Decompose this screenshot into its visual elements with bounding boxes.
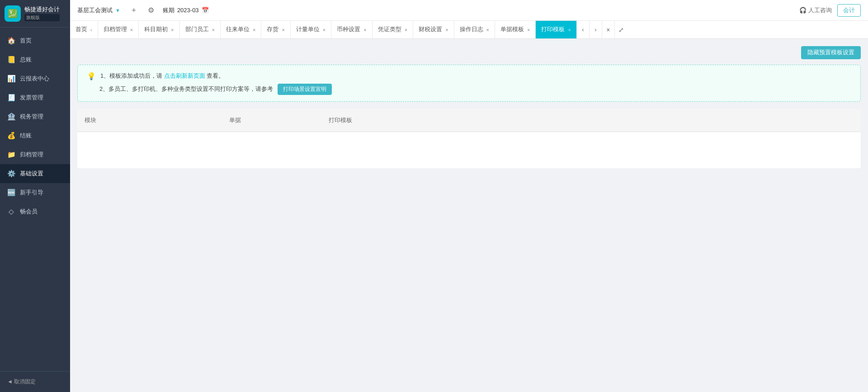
tab-subjects[interactable]: 科目期初 × <box>139 21 179 38</box>
app-name: 畅捷通好会计 <box>24 6 60 14</box>
main-content: 基层工会测试 ▼ ＋ ⚙ 账期 2023-03 📅 🎧 人工咨询 会计 首页 ‹… <box>70 0 868 392</box>
tab-operation[interactable]: 操作日志 × <box>454 21 495 38</box>
tab-tax-settings[interactable]: 财税设置 × <box>413 21 454 38</box>
top-header: 基层工会测试 ▼ ＋ ⚙ 账期 2023-03 📅 🎧 人工咨询 会计 <box>70 0 868 21</box>
tab-supplier-close-icon[interactable]: × <box>253 27 255 33</box>
add-button[interactable]: ＋ <box>127 4 140 17</box>
unpin-button[interactable]: ◄ 取消固定 <box>0 371 70 392</box>
tab-inventory-label: 存货 <box>267 26 278 33</box>
invoice-icon: 🧾 <box>7 94 15 102</box>
header-actions: ＋ ⚙ <box>127 4 157 17</box>
kuaiji-button[interactable]: 会计 <box>837 4 861 17</box>
sidebar-item-label: 归档管理 <box>20 151 43 159</box>
headset-icon: 🎧 <box>799 7 807 14</box>
sidebar-item-member[interactable]: ◇ 畅会员 <box>0 202 70 221</box>
tab-currency-close-icon[interactable]: × <box>363 27 366 33</box>
tab-single-form-close-icon[interactable]: × <box>527 27 530 33</box>
tab-currency-label: 币种设置 <box>337 26 360 33</box>
tab-expand-button[interactable]: ⤢ <box>615 21 627 38</box>
tab-voucher-label: 凭证类型 <box>378 26 401 33</box>
tab-unit-close-icon[interactable]: × <box>323 27 326 33</box>
header-right: 🎧 人工咨询 会计 <box>799 4 861 17</box>
home-icon: 🏠 <box>7 37 15 45</box>
company-selector[interactable]: 基层工会测试 ▼ <box>77 6 120 14</box>
tab-inventory[interactable]: 存货 × <box>261 21 290 38</box>
sidebar-item-label: 总账 <box>20 56 32 64</box>
tab-archive[interactable]: 归档管理 × <box>98 21 139 38</box>
top-action-bar: 隐藏预置模板设置 <box>77 46 861 59</box>
app-badge: 旗舰版 <box>24 14 60 21</box>
archive-icon: 📁 <box>7 151 15 159</box>
tab-home-nav-icon: ‹ <box>90 27 92 33</box>
sidebar-item-archive[interactable]: 📁 归档管理 <box>0 145 70 164</box>
tab-archive-close-icon[interactable]: × <box>130 27 133 33</box>
tax-icon: 🏦 <box>7 113 15 121</box>
sidebar-item-ledger[interactable]: 📒 总账 <box>0 50 70 69</box>
report-icon: 📊 <box>7 75 15 83</box>
help-label: 人工咨询 <box>808 6 832 14</box>
tab-department-close-icon[interactable]: × <box>212 27 215 33</box>
data-table: 模块 单据 打印模板 <box>77 109 861 168</box>
tab-operation-close-icon[interactable]: × <box>486 27 489 33</box>
notice-line1-post: 查看。 <box>207 72 224 79</box>
calendar-icon[interactable]: 📅 <box>202 7 209 14</box>
help-button[interactable]: 🎧 人工咨询 <box>799 6 832 14</box>
ledger-icon: 📒 <box>7 56 15 64</box>
notice-line2-pre: 2、多员工、多打印机、多种业务类型设置不同打印方案等，请参考 <box>99 85 273 92</box>
sidebar-item-home[interactable]: 🏠 首页 <box>0 31 70 50</box>
sidebar-item-invoice[interactable]: 🧾 发票管理 <box>0 88 70 107</box>
tab-single-form[interactable]: 单据模板 × <box>495 21 536 38</box>
sidebar-item-label: 税务管理 <box>20 113 43 121</box>
sidebar-item-settings[interactable]: ⚙️ 基础设置 <box>0 164 70 183</box>
tab-close-all-button[interactable]: × <box>602 21 615 38</box>
tab-single-form-label: 单据模板 <box>500 26 524 33</box>
tab-print-template[interactable]: 打印模板 × <box>536 21 576 38</box>
content-area: 隐藏预置模板设置 💡 1、模板添加成功后，请 点击刷新新页面 查看。 2、多员工… <box>70 39 868 392</box>
tab-currency[interactable]: 币种设置 × <box>331 21 372 38</box>
hide-template-button[interactable]: 隐藏预置模板设置 <box>801 46 861 59</box>
tab-supplier[interactable]: 往来单位 × <box>221 21 261 38</box>
tab-department[interactable]: 部门员工 × <box>180 21 221 38</box>
member-icon: ◇ <box>7 208 15 216</box>
sidebar-item-label: 新手引导 <box>20 189 43 197</box>
tab-tax-settings-close-icon[interactable]: × <box>445 27 448 33</box>
col-single: 单据 <box>222 113 321 127</box>
tab-print-template-close-icon[interactable]: × <box>568 27 571 33</box>
sidebar-item-label: 畅会员 <box>20 208 38 216</box>
tab-subjects-close-icon[interactable]: × <box>171 27 174 33</box>
sidebar-item-tax[interactable]: 🏦 税务管理 <box>0 107 70 126</box>
tab-home[interactable]: 首页 ‹ <box>70 21 98 38</box>
sidebar-item-label: 基础设置 <box>20 170 43 178</box>
bulb-icon: 💡 <box>87 72 96 80</box>
sidebar-item-label: 首页 <box>20 37 32 45</box>
tab-voucher[interactable]: 凭证类型 × <box>373 21 413 38</box>
settings-icon: ⚙️ <box>7 170 15 178</box>
tab-unit[interactable]: 计量单位 × <box>291 21 331 38</box>
tab-voucher-close-icon[interactable]: × <box>405 27 407 33</box>
sidebar-item-guide[interactable]: 🆕 新手引导 <box>0 183 70 202</box>
tab-print-template-label: 打印模板 <box>541 26 565 33</box>
tab-scroll-right-button[interactable]: › <box>590 21 602 38</box>
sidebar-item-label: 云报表中心 <box>20 75 49 83</box>
period-label: 账期 <box>163 6 175 14</box>
col-module: 模块 <box>77 113 222 127</box>
dropdown-arrow-icon: ▼ <box>115 8 120 13</box>
print-scene-button[interactable]: 打印场景设置宣明 <box>278 84 332 95</box>
tab-scroll-left-button[interactable]: ‹ <box>577 21 590 38</box>
notice-line1-link[interactable]: 点击刷新新页面 <box>164 72 205 79</box>
tab-archive-label: 归档管理 <box>104 26 127 33</box>
guide-icon: 🆕 <box>7 189 15 197</box>
tab-operation-label: 操作日志 <box>460 26 483 33</box>
tab-bar: 首页 ‹ 归档管理 × 科目期初 × 部门员工 × 往来单位 × 存货 × 计量… <box>70 21 868 39</box>
logo-icon: 💹 <box>5 5 21 22</box>
settings-gear-button[interactable]: ⚙ <box>145 4 157 17</box>
tab-home-label: 首页 <box>75 26 87 33</box>
tab-tax-settings-label: 财税设置 <box>419 26 442 33</box>
logo-info: 畅捷通好会计 旗舰版 <box>24 6 60 22</box>
notice-row-1: 💡 1、模板添加成功后，请 点击刷新新页面 查看。 <box>87 71 851 81</box>
tab-inventory-close-icon[interactable]: × <box>282 27 284 33</box>
tab-department-label: 部门员工 <box>185 26 209 33</box>
sidebar-item-settle[interactable]: 💰 结账 <box>0 126 70 145</box>
sidebar-item-report[interactable]: 📊 云报表中心 <box>0 69 70 88</box>
notice-box: 💡 1、模板添加成功后，请 点击刷新新页面 查看。 2、多员工、多打印机、多种业… <box>77 65 861 102</box>
